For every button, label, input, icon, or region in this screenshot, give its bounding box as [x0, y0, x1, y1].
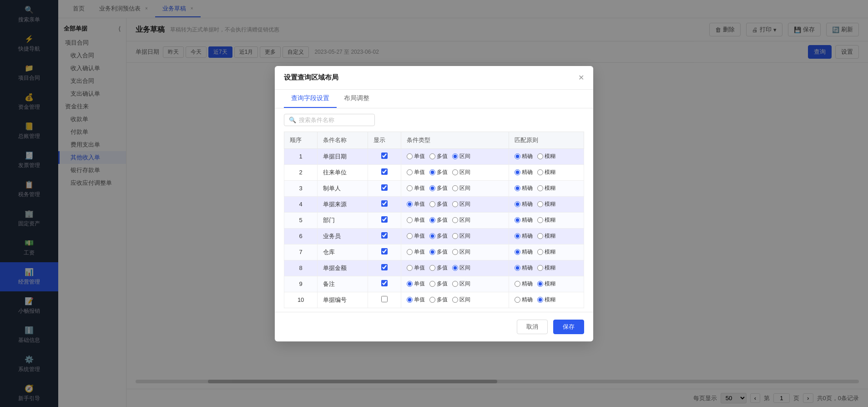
type-range-radio-10[interactable] [452, 297, 458, 303]
match-fuzzy-label-5[interactable]: 模糊 [537, 216, 555, 224]
type-single-label-5[interactable]: 单值 [407, 216, 425, 224]
show-checkbox-5[interactable] [381, 216, 388, 223]
match-exact-label-9[interactable]: 精确 [515, 280, 533, 288]
type-single-radio-1[interactable] [407, 153, 413, 159]
type-range-radio-3[interactable] [452, 185, 458, 191]
type-range-label-1[interactable]: 区间 [452, 153, 470, 160]
type-multi-label-4[interactable]: 多值 [429, 200, 448, 208]
type-single-radio-7[interactable] [407, 249, 413, 255]
type-single-label-10[interactable]: 单值 [407, 296, 425, 304]
type-multi-radio-4[interactable] [429, 201, 435, 207]
type-range-label-4[interactable]: 区间 [452, 200, 470, 208]
match-exact-radio-8[interactable] [515, 265, 520, 271]
type-single-label-4[interactable]: 单值 [407, 200, 425, 208]
match-exact-label-7[interactable]: 精确 [515, 248, 533, 256]
type-multi-radio-5[interactable] [429, 217, 435, 223]
show-checkbox-9[interactable] [381, 280, 388, 286]
match-fuzzy-radio-9[interactable] [537, 281, 543, 287]
show-checkbox-4[interactable] [381, 200, 388, 207]
match-fuzzy-radio-2[interactable] [537, 169, 543, 175]
match-fuzzy-label-3[interactable]: 模糊 [537, 184, 555, 192]
match-exact-radio-6[interactable] [515, 233, 520, 239]
type-multi-label-3[interactable]: 多值 [429, 184, 448, 192]
match-exact-radio-10[interactable] [515, 297, 520, 303]
type-range-radio-5[interactable] [452, 217, 458, 223]
cancel-button[interactable]: 取消 [517, 320, 548, 334]
type-single-radio-3[interactable] [407, 185, 413, 191]
type-single-radio-4[interactable] [407, 201, 413, 207]
show-checkbox-8[interactable] [381, 264, 388, 270]
match-fuzzy-radio-4[interactable] [537, 201, 543, 207]
type-multi-radio-10[interactable] [429, 297, 435, 303]
type-range-label-10[interactable]: 区间 [452, 296, 470, 304]
match-fuzzy-label-1[interactable]: 模糊 [537, 153, 555, 160]
match-fuzzy-radio-6[interactable] [537, 233, 543, 239]
type-multi-radio-8[interactable] [429, 265, 435, 271]
type-single-label-9[interactable]: 单值 [407, 280, 425, 288]
show-checkbox-7[interactable] [381, 248, 388, 254]
type-multi-radio-9[interactable] [429, 281, 435, 287]
match-fuzzy-label-8[interactable]: 模糊 [537, 264, 555, 272]
show-checkbox-2[interactable] [381, 168, 388, 175]
type-multi-label-9[interactable]: 多值 [429, 280, 448, 288]
match-fuzzy-label-4[interactable]: 模糊 [537, 200, 555, 208]
type-single-radio-9[interactable] [407, 281, 413, 287]
modal-save-button[interactable]: 保存 [553, 320, 584, 334]
type-range-label-6[interactable]: 区间 [452, 232, 470, 240]
modal-overlay[interactable]: 设置查询区域布局 ✕ 查询字段设置 布局调整 🔍 顺序 条件名称 显示 [0, 0, 868, 407]
match-fuzzy-label-2[interactable]: 模糊 [537, 168, 555, 176]
type-single-label-3[interactable]: 单值 [407, 184, 425, 192]
type-multi-radio-3[interactable] [429, 185, 435, 191]
type-range-radio-1[interactable] [452, 153, 458, 159]
match-exact-radio-4[interactable] [515, 201, 520, 207]
type-single-label-6[interactable]: 单值 [407, 232, 425, 240]
type-range-label-9[interactable]: 区间 [452, 280, 470, 288]
type-range-label-2[interactable]: 区间 [452, 168, 470, 176]
tab-layout[interactable]: 布局调整 [337, 90, 377, 108]
type-multi-radio-2[interactable] [429, 169, 435, 175]
type-single-radio-2[interactable] [407, 169, 413, 175]
type-multi-label-2[interactable]: 多值 [429, 168, 448, 176]
type-single-label-1[interactable]: 单值 [407, 153, 425, 160]
type-range-radio-9[interactable] [452, 281, 458, 287]
type-multi-radio-7[interactable] [429, 249, 435, 255]
type-multi-label-1[interactable]: 多值 [429, 153, 448, 160]
match-fuzzy-radio-5[interactable] [537, 217, 543, 223]
modal-close-button[interactable]: ✕ [578, 73, 584, 82]
type-range-radio-4[interactable] [452, 201, 458, 207]
type-single-radio-6[interactable] [407, 233, 413, 239]
match-exact-label-10[interactable]: 精确 [515, 296, 533, 304]
condition-search-input[interactable] [299, 117, 367, 123]
match-fuzzy-radio-3[interactable] [537, 185, 543, 191]
match-exact-label-2[interactable]: 精确 [515, 168, 533, 176]
type-range-label-8[interactable]: 区间 [452, 264, 470, 272]
match-exact-label-5[interactable]: 精确 [515, 216, 533, 224]
type-multi-radio-1[interactable] [429, 153, 435, 159]
match-fuzzy-label-10[interactable]: 模糊 [537, 296, 555, 304]
match-exact-label-6[interactable]: 精确 [515, 232, 533, 240]
type-single-radio-5[interactable] [407, 217, 413, 223]
type-single-radio-10[interactable] [407, 297, 413, 303]
match-exact-label-8[interactable]: 精确 [515, 264, 533, 272]
type-single-radio-8[interactable] [407, 265, 413, 271]
match-exact-radio-5[interactable] [515, 217, 520, 223]
match-exact-radio-7[interactable] [515, 249, 520, 255]
type-range-label-3[interactable]: 区间 [452, 184, 470, 192]
match-fuzzy-radio-8[interactable] [537, 265, 543, 271]
type-range-radio-7[interactable] [452, 249, 458, 255]
type-range-radio-6[interactable] [452, 233, 458, 239]
type-single-label-8[interactable]: 单值 [407, 264, 425, 272]
type-range-label-5[interactable]: 区间 [452, 216, 470, 224]
match-fuzzy-label-9[interactable]: 模糊 [537, 280, 555, 288]
match-exact-radio-3[interactable] [515, 185, 520, 191]
match-exact-label-3[interactable]: 精确 [515, 184, 533, 192]
type-range-radio-2[interactable] [452, 169, 458, 175]
show-checkbox-1[interactable] [381, 153, 388, 159]
match-fuzzy-radio-1[interactable] [537, 153, 543, 159]
type-multi-label-6[interactable]: 多值 [429, 232, 448, 240]
type-single-label-2[interactable]: 单值 [407, 168, 425, 176]
type-single-label-7[interactable]: 单值 [407, 248, 425, 256]
show-checkbox-10[interactable] [381, 296, 388, 302]
tab-field-settings[interactable]: 查询字段设置 [284, 90, 337, 108]
type-multi-radio-6[interactable] [429, 233, 435, 239]
